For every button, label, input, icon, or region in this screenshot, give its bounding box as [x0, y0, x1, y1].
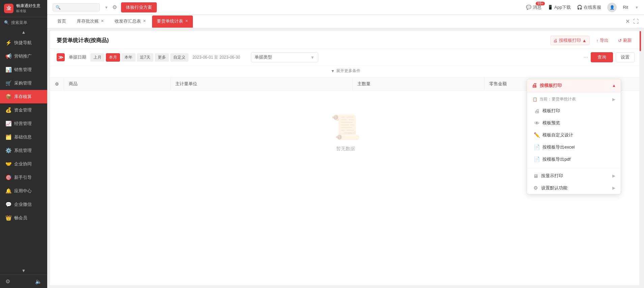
topbar-gear-icon[interactable]: ⚙ [112, 4, 117, 10]
sidebar-item-appstore[interactable]: 🔔 应用中心 [0, 184, 47, 198]
export-icon: ↑ [596, 38, 599, 43]
user-avatar[interactable]: 👤 [607, 3, 617, 12]
sidebar-item-label: 应用中心 [14, 188, 32, 194]
sidebar-item-sales[interactable]: 📊 销售管理 [0, 63, 47, 76]
sidebar-item-label: 资金管理 [14, 107, 32, 113]
appstore-icon: 🔔 [5, 188, 11, 194]
print-button[interactable]: 🖨 按模板打印 ▲ [550, 36, 590, 45]
app-badge: 标准版 [16, 9, 40, 13]
sales-icon: 📊 [5, 67, 11, 73]
template-excel-item[interactable]: 📄 按模板导出excel [527, 141, 621, 153]
date-this-month-button[interactable]: 本月 [106, 53, 120, 62]
refresh-button[interactable]: ↺ 刷新 [615, 36, 635, 45]
dropdown-header[interactable]: 🖨 按模板打印 ▲ [527, 79, 621, 92]
template-print-label: 模板打印 [543, 108, 560, 114]
member-icon: 👑 [5, 215, 11, 221]
order-type-select[interactable]: 单据类型 ▼ [251, 52, 318, 62]
tab-close-icon[interactable]: ✕ [185, 19, 188, 23]
template-pdf-label: 按模板导出pdf [543, 156, 570, 162]
window-close-button[interactable]: ✕ [625, 18, 630, 25]
date-last-month-button[interactable]: 上月 [90, 53, 105, 62]
more-options-icon[interactable]: ··· [584, 54, 588, 60]
settings-icon[interactable]: ⚙ [5, 278, 10, 285]
filter-row: ≫ 单据日期 上月 本月 本年 近7天 更多 自定义 2023-06-01 至 … [50, 49, 641, 66]
template-print-item[interactable]: 🖨 模板打印 [527, 105, 621, 117]
sidebar-item-marketing[interactable]: 📢 营销推广 [0, 50, 47, 63]
sidebar-item-label: 畅会员 [14, 215, 27, 221]
app-download-button[interactable]: 📱 App下载 [548, 4, 571, 10]
date-this-year-button[interactable]: 本年 [121, 53, 136, 62]
online-service-button[interactable]: 🎧 在线客服 [577, 4, 601, 10]
sidebar-item-label: 新手引导 [14, 174, 32, 181]
expand-conditions-button[interactable]: ▼ 展开更多条件 [331, 68, 360, 74]
date-custom-button[interactable]: 自定义 [170, 53, 188, 62]
tab-home[interactable]: 首页 [53, 15, 71, 28]
template-design-icon: ✏️ [534, 132, 540, 138]
sidebar-item-operation[interactable]: 📈 经营管理 [0, 117, 47, 130]
right-scrollbar[interactable] [639, 31, 641, 285]
tab-order-stats[interactable]: 要货单统计表 ✕ [152, 15, 193, 28]
sidebar-item-label: 库存核算 [14, 94, 32, 100]
search-dropdown-arrow[interactable]: ▼ [105, 5, 108, 9]
search-box[interactable]: 🔍 [53, 3, 100, 11]
service-icon: 🎧 [577, 5, 582, 10]
dropdown-collapse-icon[interactable]: ▲ [612, 83, 616, 88]
column-goods: 商品 [64, 77, 171, 91]
sidebar-item-system[interactable]: ⚙️ 系统管理 [0, 144, 47, 157]
sound-icon[interactable]: 🔈 [35, 278, 42, 285]
user-dropdown-arrow[interactable]: ▼ [635, 5, 639, 9]
template-pdf-item[interactable]: 📄 按模板导出pdf [527, 153, 621, 165]
column-settings-button[interactable]: 设置 [616, 52, 635, 62]
trial-button[interactable]: 体验行业方案 [121, 2, 157, 12]
scroll-up-button[interactable]: ▲ [0, 28, 47, 36]
display-print-item[interactable]: 🖥 按显示打印 ▶ [527, 170, 621, 182]
window-expand-button[interactable]: ⛶ [633, 19, 639, 25]
sidebar-item-basic[interactable]: 🗂️ 基础信息 [0, 130, 47, 144]
query-button[interactable]: 查询 [591, 52, 613, 62]
print-dropdown: 🖨 按模板打印 ▲ 📋 当前：要货单统计表 ▶ 🖨 模板打印 [527, 79, 621, 194]
sidebar-item-shortcut[interactable]: ⚡ 快捷导航 [0, 36, 47, 50]
template-preview-item[interactable]: 👁 模板预览 [527, 117, 621, 129]
date-7days-button[interactable]: 近7天 [137, 53, 153, 62]
export-label: 导出 [600, 37, 609, 43]
column-qty: 主数量 [352, 77, 484, 91]
scrollbar-thumb [640, 31, 641, 51]
date-more-button[interactable]: 更多 [155, 53, 169, 62]
sidebar-item-finance[interactable]: 💰 资金管理 [0, 103, 47, 117]
filter-row2: ▼ 展开更多条件 [50, 66, 641, 77]
export-button[interactable]: ↑ 导出 [594, 36, 612, 45]
message-button[interactable]: 💬 消息 99+ [526, 4, 541, 10]
dropdown-divider [527, 168, 621, 168]
tab-batch-account[interactable]: 库存批次账 ✕ [72, 15, 109, 28]
sidebar-item-wechat[interactable]: 💬 企业微信 [0, 198, 47, 211]
app-logo[interactable]: 业 畅康通好生意 标准版 [0, 0, 47, 17]
date-options: 上月 本月 本年 近7天 更多 自定义 [90, 53, 188, 62]
tab-receipt-summary[interactable]: 收发存汇总表 ✕ [110, 15, 151, 28]
sidebar-item-guide[interactable]: 🎯 新手引导 [0, 171, 47, 184]
tab-close-icon[interactable]: ✕ [101, 19, 104, 23]
collab-icon: 🤝 [5, 161, 11, 167]
column-gear-icon[interactable]: ⚙ [55, 82, 59, 87]
current-template-section[interactable]: 📋 当前：要货单统计表 ▶ [527, 94, 621, 105]
app-name: 畅康通好生意 [16, 3, 40, 9]
system-icon: ⚙️ [5, 148, 11, 154]
tab-close-icon[interactable]: ✕ [143, 19, 146, 23]
set-default-item[interactable]: ⚙ 设置默认功能 ▶ [527, 182, 621, 194]
column-unit: 主计量单位 [170, 77, 352, 91]
scroll-down-button[interactable]: ▼ [0, 267, 47, 275]
sidebar-item-label: 基础信息 [14, 134, 32, 140]
sidebar-item-collab[interactable]: 🤝 企业协同 [0, 157, 47, 171]
column-gear[interactable]: ⚙ [50, 77, 64, 91]
display-print-arrow: ▶ [612, 173, 615, 178]
dropdown-header-label: 按模板打印 [540, 83, 562, 89]
template-excel-icon: 📄 [534, 144, 540, 150]
sidebar-item-member[interactable]: 👑 畅会员 [0, 211, 47, 225]
tab-label: 库存批次账 [77, 18, 99, 24]
sidebar-item-inventory[interactable]: 📦 库存核算 [0, 90, 47, 103]
sidebar-search[interactable]: 🔍 搜索菜单 [0, 17, 47, 28]
sidebar-item-purchase[interactable]: 🛒 采购管理 [0, 76, 47, 90]
filter-expand-button[interactable]: ≫ [57, 53, 65, 61]
printer-icon: 🖨 [553, 38, 558, 43]
user-name[interactable]: Rit [623, 5, 628, 10]
template-design-item[interactable]: ✏️ 模板自定义设计 [527, 129, 621, 141]
